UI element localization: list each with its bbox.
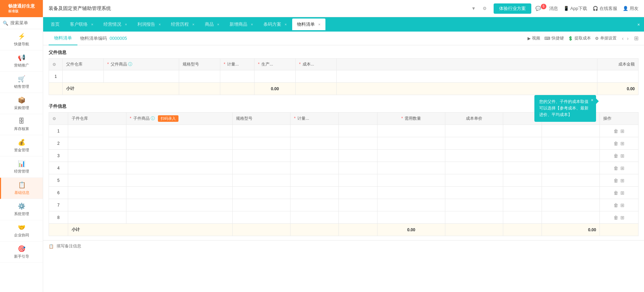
measure-cell[interactable] [220,70,255,83]
sidebar-item-search[interactable]: 🔍 搜索菜单 [0,17,43,29]
delete-icon[interactable]: 🗑 [614,178,618,183]
child-cost-price-cell[interactable] [445,125,503,137]
child-req-qty-cell[interactable] [377,174,445,187]
user-avatar[interactable]: 👤 用友 [623,5,639,12]
copy-icon[interactable]: ⊞ [620,128,624,134]
child-req-qty-cell[interactable] [377,125,445,137]
child-cost-price-cell[interactable] [445,211,503,224]
gear-icon[interactable]: ⚙ [52,62,56,67]
close-icon[interactable]: × [192,22,194,26]
tooltip-close-btn[interactable]: × [591,97,593,104]
delete-icon[interactable]: 🗑 [614,153,618,159]
child-warehouse-cell[interactable] [68,125,126,137]
copy-icon[interactable]: ⊞ [620,215,624,220]
settings-icon[interactable]: ⚙ [483,6,487,11]
child-measure-cell[interactable] [290,199,339,211]
child-spec-cell[interactable] [233,199,290,211]
child-measure-cell[interactable] [290,150,339,162]
sidebar-item-basics[interactable]: 📋 基础信息 [0,178,43,199]
sidebar-item-operations[interactable]: 📊 经营管理 [0,156,43,178]
child-product-cell[interactable] [126,162,232,174]
sub-tab-bom-list[interactable]: 物料清单 [49,32,77,45]
prev-arrow[interactable]: ‹ [621,35,625,42]
close-icon[interactable]: × [217,22,219,26]
sidebar-item-system[interactable]: ⚙️ 系统管理 [0,199,43,220]
child-warehouse-cell[interactable] [68,174,126,187]
extract-cost-action[interactable]: 💲 提取成本 [568,35,591,41]
child-req-qty-cell[interactable] [377,150,445,162]
copy-icon[interactable]: ⊞ [620,165,624,171]
close-icon[interactable]: × [159,22,161,26]
child-product-cell[interactable] [126,174,232,187]
child-warehouse-cell[interactable] [68,162,126,174]
child-cost-price-cell[interactable] [445,150,503,162]
child-product-cell[interactable] [126,199,232,211]
child-spec-cell[interactable] [233,137,290,150]
delete-icon[interactable]: 🗑 [614,190,618,196]
child-spec-cell[interactable] [233,125,290,137]
app-download-action[interactable]: 📱 App下载 [564,5,587,12]
delete-icon[interactable]: 🗑 [614,141,618,146]
dropdown-icon[interactable]: ▼ [471,6,476,11]
view-video-action[interactable]: ▶ 视频 [528,35,540,41]
delete-icon[interactable]: 🗑 [614,128,618,134]
child-warehouse-cell[interactable] [68,137,126,150]
child-product-cell[interactable] [126,125,232,137]
copy-icon[interactable]: ⊞ [620,153,624,159]
close-icon[interactable]: × [285,22,287,26]
child-spec-cell[interactable] [233,150,290,162]
delete-icon[interactable]: 🗑 [614,165,618,171]
child-cost-price-cell[interactable] [445,162,503,174]
child-cost-price-cell[interactable] [445,199,503,211]
message-action[interactable]: 💬 6 消息 [535,5,558,12]
info-icon[interactable]: ⓘ [128,62,132,67]
child-product-cell[interactable] [126,187,232,199]
tab-barcode[interactable]: 条码方案 × [259,19,292,30]
parent-product-cell[interactable] [104,70,179,83]
sidebar-item-purchase[interactable]: 📦 采购管理 [0,93,43,114]
cost-method-cell[interactable] [296,70,337,83]
child-cost-price-cell[interactable] [445,137,503,150]
tab-home[interactable]: 首页 [46,19,64,30]
sidebar-item-marketing[interactable]: 📢 营销推广 [0,50,43,72]
child-req-qty-cell[interactable] [377,162,445,174]
close-icon[interactable]: × [251,22,253,26]
single-settings-action[interactable]: ⚙ 单据设置 [595,35,617,41]
tab-profit-report[interactable]: 利润报告 × [133,19,165,30]
child-measure-cell[interactable] [290,211,339,224]
trial-btn[interactable]: 体验行业方案 [494,3,531,14]
tab-operations-status[interactable]: 经营情况 × [99,19,132,30]
tab-customer[interactable]: 客户联络 × [65,19,98,30]
child-spec-cell[interactable] [233,187,290,199]
child-product-cell[interactable] [126,137,232,150]
parent-warehouse-cell[interactable] [63,70,104,83]
copy-icon[interactable]: ⊞ [620,190,624,196]
gear-icon[interactable]: ⚙ [52,116,56,121]
tab-bom[interactable]: 物料清单 × [292,19,325,30]
close-icon[interactable]: × [125,22,127,26]
child-measure-cell[interactable] [290,125,339,137]
child-warehouse-cell[interactable] [68,211,126,224]
child-cost-price-cell[interactable] [445,174,503,187]
shortcut-action[interactable]: ⌨ 快捷键 [544,35,564,41]
scan-btn[interactable]: 扫码录入 [158,115,178,122]
child-req-qty-cell[interactable] [377,137,445,150]
delete-icon[interactable]: 🗑 [614,215,618,220]
online-service-action[interactable]: 🎧 在线客服 [593,5,617,12]
copy-icon[interactable]: ⊞ [620,202,624,208]
child-req-qty-cell[interactable] [377,199,445,211]
child-spec-cell[interactable] [233,211,290,224]
child-warehouse-cell[interactable] [68,199,126,211]
info-icon[interactable]: ⓘ [151,116,155,121]
tab-operations-history[interactable]: 经营历程 × [166,19,199,30]
child-measure-cell[interactable] [290,174,339,187]
sidebar-item-quick-nav[interactable]: ⚡ 快捷导航 [0,29,43,50]
child-req-qty-cell[interactable] [377,211,445,224]
sidebar-item-sales[interactable]: 🛒 销售管理 [0,72,43,93]
sidebar-item-inventory[interactable]: 🗄 库存核算 [0,114,43,135]
child-req-qty-cell[interactable] [377,187,445,199]
sidebar-item-guide[interactable]: 🎯 新手引导 [0,242,43,263]
child-warehouse-cell[interactable] [68,187,126,199]
sidebar-item-finance[interactable]: 💰 资金管理 [0,135,43,156]
delete-icon[interactable]: 🗑 [614,202,618,208]
